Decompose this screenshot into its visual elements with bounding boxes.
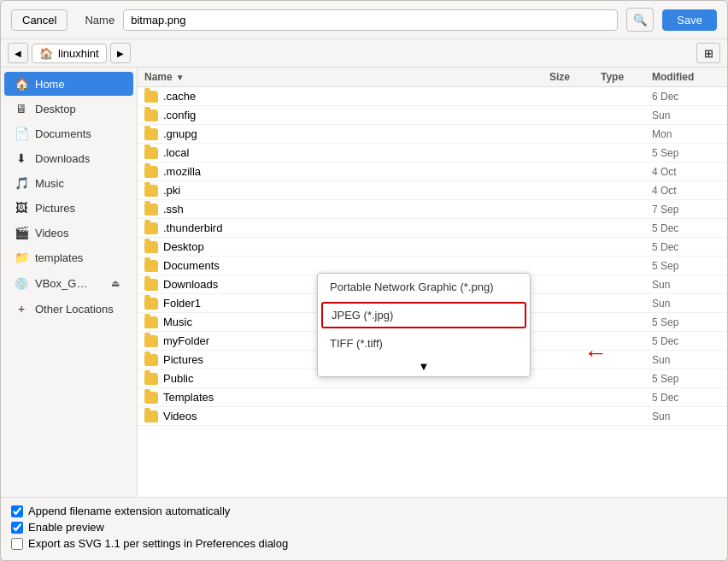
- file-modified-cell: Sun: [652, 279, 720, 291]
- red-arrow-indicator: ←: [584, 340, 608, 367]
- sidebar-item-pictures[interactable]: 🖼 Pictures: [4, 196, 133, 220]
- sidebar-item-home[interactable]: 🏠 Home: [4, 72, 133, 96]
- main-area: 🏠 Home 🖥 Desktop 📄 Documents ⬇ Downloads…: [1, 68, 727, 497]
- home-icon: 🏠: [15, 77, 28, 91]
- append-extension-checkbox[interactable]: [11, 505, 23, 517]
- checkbox-row-1: Append filename extension automatically: [11, 505, 717, 517]
- sort-arrow-icon: ▼: [176, 73, 185, 82]
- col-name-header[interactable]: Name ▼: [144, 71, 549, 83]
- file-name-text: Templates: [163, 391, 214, 404]
- file-name-cell: Templates: [144, 391, 549, 404]
- new-folder-button[interactable]: ⊞: [696, 43, 720, 63]
- sidebar-item-videos[interactable]: 🎬 Videos: [4, 221, 133, 245]
- file-name-text: Desktop: [163, 240, 204, 253]
- desktop-icon: 🖥: [15, 102, 28, 115]
- save-button[interactable]: Save: [662, 9, 717, 31]
- sidebar-item-documents[interactable]: 📄 Documents: [4, 121, 133, 145]
- file-name-text: Documents: [163, 259, 220, 272]
- filetype-tiff-option[interactable]: TIFF (*.tiff): [318, 330, 530, 357]
- file-name-cell: .thunderbird: [144, 221, 549, 234]
- file-name-text: .thunderbird: [163, 221, 222, 234]
- sidebar-item-desktop[interactable]: 🖥 Desktop: [4, 97, 133, 121]
- table-row[interactable]: .mozilla 4 Oct: [138, 162, 727, 181]
- file-name-text: .local: [163, 146, 189, 159]
- file-area: Name ▼ Size Type Modified .cache: [138, 68, 727, 497]
- sidebar-item-vbox[interactable]: 💿 VBox_G… ⏏: [4, 270, 133, 296]
- folder-icon: [144, 147, 158, 159]
- back-button[interactable]: ◀: [8, 43, 28, 63]
- downloads-icon: ⬇: [15, 151, 28, 165]
- file-name-cell: .config: [144, 109, 549, 121]
- table-row[interactable]: .gnupg Mon: [138, 125, 727, 144]
- file-name-text: .mozilla: [163, 165, 201, 178]
- folder-icon: [144, 166, 158, 178]
- back-icon: ◀: [15, 49, 21, 58]
- nav-bar: ◀ 🏠 linuxhint ▶ ⊞: [1, 39, 727, 68]
- col-size-header[interactable]: Size: [549, 71, 601, 83]
- file-modified-cell: 5 Sep: [652, 373, 720, 385]
- sidebar-item-other[interactable]: + Other Locations: [4, 297, 133, 321]
- pictures-icon: 🖼: [15, 201, 28, 215]
- sidebar-item-label: Downloads: [35, 152, 90, 165]
- music-icon: 🎵: [15, 176, 28, 190]
- sidebar-item-label: Music: [35, 177, 64, 190]
- table-row[interactable]: Desktop 5 Dec: [138, 238, 727, 257]
- file-modified-cell: 5 Sep: [652, 147, 720, 159]
- file-name-cell: .pki: [144, 184, 549, 197]
- cancel-button[interactable]: Cancel: [11, 9, 68, 31]
- file-name-text: .cache: [163, 90, 196, 103]
- table-row[interactable]: Templates 5 Dec: [138, 388, 727, 407]
- file-name-text: Folder1: [163, 297, 201, 310]
- file-modified-cell: 5 Sep: [652, 260, 720, 272]
- table-row[interactable]: .config Sun: [138, 106, 727, 125]
- table-row[interactable]: .local 5 Sep: [138, 144, 727, 162]
- eject-button[interactable]: ⏏: [108, 275, 123, 291]
- folder-icon: [144, 260, 158, 272]
- filetype-jpg-option[interactable]: JPEG (*.jpg): [321, 302, 526, 328]
- file-name-cell: Documents: [144, 259, 549, 272]
- vbox-icon: 💿: [15, 277, 28, 290]
- file-name-cell: Desktop: [144, 240, 549, 253]
- table-row[interactable]: Videos Sun: [138, 407, 727, 426]
- sidebar-item-downloads[interactable]: ⬇ Downloads: [4, 146, 133, 170]
- file-name-cell: .local: [144, 146, 549, 159]
- folder-icon: [144, 410, 158, 422]
- enable-preview-checkbox[interactable]: [11, 522, 23, 534]
- table-row[interactable]: .pki 4 Oct: [138, 181, 727, 200]
- table-row[interactable]: .ssh 7 Sep: [138, 200, 727, 219]
- dialog-header: Cancel Name 🔍 Save: [1, 1, 727, 39]
- checkbox-row-3: Export as SVG 1.1 per settings in Prefer…: [11, 537, 717, 550]
- file-name-text: myFolder: [163, 334, 209, 347]
- search-button[interactable]: 🔍: [626, 8, 654, 32]
- col-type-header[interactable]: Type: [601, 71, 652, 83]
- export-svg-checkbox[interactable]: [11, 538, 23, 550]
- folder-icon: [144, 128, 158, 140]
- filename-input[interactable]: [123, 9, 618, 31]
- filetype-png-option[interactable]: Portable Network Graphic (*.png): [318, 274, 530, 300]
- file-type-dropdown[interactable]: Portable Network Graphic (*.png) JPEG (*…: [317, 273, 531, 377]
- sidebar-item-music[interactable]: 🎵 Music: [4, 171, 133, 195]
- folder-icon: [144, 354, 158, 366]
- sidebar-item-templates[interactable]: 📁 templates: [4, 245, 133, 269]
- file-modified-cell: 7 Sep: [652, 204, 720, 216]
- col-modified-header[interactable]: Modified: [652, 71, 720, 83]
- videos-icon: 🎬: [15, 226, 28, 239]
- file-modified-cell: Sun: [652, 298, 720, 310]
- file-name-text: .config: [163, 109, 196, 121]
- checkbox-row-2: Enable preview: [11, 521, 717, 534]
- forward-button[interactable]: ▶: [110, 43, 131, 63]
- folder-icon: [144, 109, 158, 121]
- file-name-text: .pki: [163, 184, 180, 197]
- folder-icon: [144, 335, 158, 347]
- dropdown-arrow[interactable]: ▼: [318, 357, 530, 376]
- file-modified-cell: Sun: [652, 410, 720, 422]
- folder-icon: [144, 185, 158, 197]
- table-row[interactable]: .cache 6 Dec: [138, 87, 727, 106]
- file-modified-cell: 4 Oct: [652, 166, 720, 178]
- folder-icon: [144, 241, 158, 253]
- save-dialog: Cancel Name 🔍 Save ◀ 🏠 linuxhint ▶ ⊞ 🏠 H…: [0, 0, 728, 561]
- file-name-cell: .mozilla: [144, 165, 549, 178]
- name-col-label: Name: [144, 71, 173, 83]
- home-icon: 🏠: [39, 47, 53, 60]
- table-row[interactable]: .thunderbird 5 Dec: [138, 219, 727, 238]
